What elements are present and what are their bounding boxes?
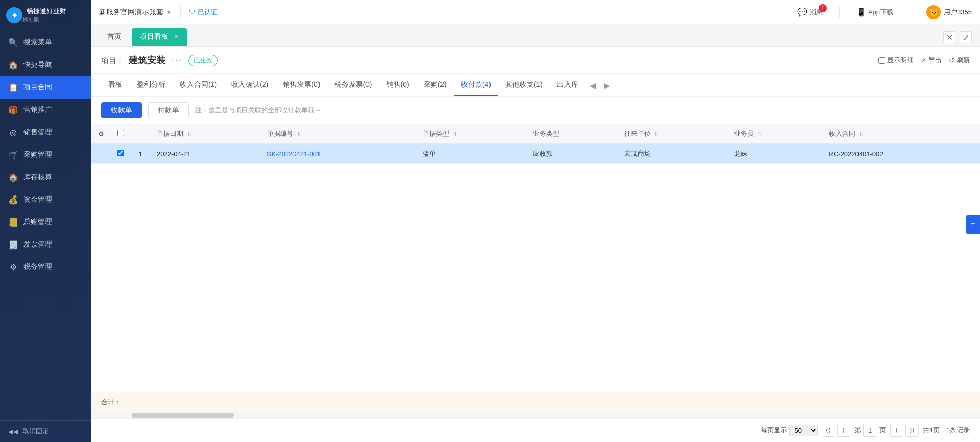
topbar-divider3: [910, 6, 910, 18]
sort-partner-icon: ⇅: [654, 131, 658, 137]
sidebar-item-purchase-mgmt[interactable]: 🛒 采购管理: [0, 143, 91, 166]
sidebar-logo: ✦ 畅捷通好业财 标准版: [0, 0, 91, 31]
topbar-right: 💬 消息 1 📱 App下载 🐱 用户3355: [797, 5, 972, 19]
subnav-sales-invoice-label: 销售发票(0): [283, 80, 320, 88]
sidebar-item-search[interactable]: 🔍 搜索菜单: [0, 31, 91, 54]
float-panel-icon: ≡: [971, 220, 975, 229]
filter-note: 注：这里是与项目关联的全部收付款单哦～: [195, 106, 321, 115]
subnav: 看板 盈利分析 收入合同(1) 收入确认(2) 销售发票(0) 税务发票(0) …: [91, 74, 980, 97]
message-badge: 1: [819, 4, 827, 12]
current-page-input[interactable]: 1: [863, 424, 877, 437]
td-date: 2022-04-21: [151, 144, 261, 164]
td-num: 1: [130, 144, 151, 164]
close-window-button[interactable]: ✕: [943, 31, 955, 43]
message-button[interactable]: 💬 消息 1: [797, 7, 823, 17]
row-checkbox[interactable]: [117, 150, 124, 156]
subnav-inout-warehouse[interactable]: 出入库: [550, 74, 585, 96]
th-date[interactable]: 单据日期 ⇅: [151, 124, 261, 144]
show-detail-input[interactable]: [878, 57, 885, 64]
account-selector[interactable]: 新服务官网演示账套 ▼: [99, 8, 172, 17]
subnav-profit[interactable]: 盈利分析: [130, 74, 173, 96]
th-checkbox[interactable]: [111, 124, 130, 144]
expand-window-button[interactable]: ⤢: [960, 31, 972, 43]
per-page-label: 每页显示: [761, 426, 787, 435]
hscroll-thumb[interactable]: [132, 413, 234, 418]
sidebar-item-label: 发票管理: [23, 240, 52, 249]
table-row[interactable]: 1 2022-04-21 SK-20220421-001 蓝单 应收款 宏茂商场…: [91, 144, 980, 164]
subnav-kanban[interactable]: 看板: [101, 74, 130, 96]
topbar: 新服务官网演示账套 ▼ 🛡 已认证 💬 消息 1 📱 App下载 🐱: [91, 0, 980, 24]
page-info: 第 1 页: [854, 424, 886, 437]
contract-icon: 📋: [8, 82, 18, 92]
sidebar-footer-label: 取消固定: [22, 427, 49, 436]
sidebar-item-invoice-mgmt[interactable]: 🧾 发票管理: [0, 233, 91, 256]
user-menu[interactable]: 🐱 用户3355: [926, 5, 972, 19]
sidebar-item-sales-mgmt[interactable]: ◎ 销售管理: [0, 121, 91, 143]
subnav-other-income-label: 其他收支(1): [505, 80, 543, 88]
th-biz-type: 业务类型: [527, 124, 618, 144]
th-settings[interactable]: ⚙: [91, 124, 111, 144]
total-info: 共1页，1条记录: [923, 426, 970, 435]
subnav-tax-invoice-label: 税务发票(0): [334, 80, 372, 88]
sidebar-item-tax-mgmt[interactable]: ⚙ 税务管理: [0, 256, 91, 278]
next-page-button[interactable]: ⟩: [890, 424, 903, 437]
subnav-other-income[interactable]: 其他收支(1): [498, 74, 550, 96]
sidebar-item-project-contract[interactable]: 📋 项目合同: [0, 76, 91, 99]
subnav-prev-arrow[interactable]: ◀: [585, 78, 600, 92]
th-income-contract[interactable]: 收入合同 ⇅: [823, 124, 980, 144]
td-doc-type: 蓝单: [416, 144, 527, 164]
sidebar-unpin-button[interactable]: ◀◀ 取消固定: [0, 420, 91, 442]
subnav-income-confirm[interactable]: 收入确认(2): [224, 74, 276, 96]
export-button[interactable]: ↗ 导出: [921, 56, 942, 65]
filter-bar: 收款单 付款单 注：这里是与项目关联的全部收付款单哦～: [91, 97, 980, 124]
subnav-tax-invoice[interactable]: 税务发票(0): [327, 74, 379, 96]
per-page-select[interactable]: 10 20 50 100: [789, 425, 818, 436]
th-code[interactable]: 单据编号 ⇅: [261, 124, 416, 144]
refresh-button[interactable]: ↺ 刷新: [949, 56, 970, 65]
select-all-checkbox[interactable]: [117, 130, 124, 136]
float-panel-button[interactable]: ≡: [966, 215, 980, 234]
sidebar-item-quick-nav[interactable]: 🏠 快捷导航: [0, 54, 91, 76]
th-salesperson[interactable]: 业务员 ⇅: [728, 124, 822, 144]
app-download-button[interactable]: 📱 App下载: [856, 7, 893, 17]
sidebar-item-capital[interactable]: 💰 资金管理: [0, 188, 91, 211]
home-icon: 🏠: [8, 60, 18, 70]
prev-page-button[interactable]: ⟨: [837, 424, 850, 437]
first-page-button[interactable]: ⟨⟨: [822, 424, 835, 437]
subnav-next-arrow[interactable]: ▶: [600, 78, 614, 92]
sidebar-item-label: 营销推广: [23, 105, 52, 114]
subnav-purchase[interactable]: 采购(2): [416, 74, 454, 96]
filter-payment-button[interactable]: 付款单: [148, 102, 189, 118]
project-more-button[interactable]: ···: [172, 55, 182, 66]
total-row: 合计：: [91, 392, 980, 412]
tab-project-board[interactable]: 项目看板 ✕: [132, 28, 187, 46]
sidebar: ✦ 畅捷通好业财 标准版 🔍 搜索菜单 🏠 快捷导航 📋 项目合同 🎁 营销推广…: [0, 0, 91, 442]
project-actions: 显示明细 ↗ 导出 ↺ 刷新: [878, 56, 970, 65]
invoice-icon: 🧾: [8, 239, 18, 250]
filter-receipt-button[interactable]: 收款单: [101, 102, 142, 118]
subnav-sales-invoice[interactable]: 销售发票(0): [276, 74, 327, 96]
sidebar-item-marketing[interactable]: 🎁 营销推广: [0, 99, 91, 121]
per-page-selector: 每页显示 10 20 50 100: [761, 425, 818, 436]
td-code[interactable]: SK-20220421-001: [261, 144, 416, 164]
tab-close-icon[interactable]: ✕: [174, 33, 179, 40]
sidebar-item-inventory[interactable]: 🏠 库存核算: [0, 166, 91, 188]
purchase-icon: 🛒: [8, 150, 18, 160]
sidebar-item-label: 资金管理: [23, 195, 52, 204]
sidebar-item-label: 采购管理: [23, 150, 52, 159]
marketing-icon: 🎁: [8, 105, 18, 115]
subnav-sales[interactable]: 销售(0): [379, 74, 416, 96]
th-doc-type[interactable]: 单据类型 ⇅: [416, 124, 527, 144]
subnav-income-contract[interactable]: 收入合同(1): [173, 74, 224, 96]
sidebar-item-general-ledger[interactable]: 📒 总账管理: [0, 211, 91, 233]
show-detail-checkbox[interactable]: 显示明细: [878, 56, 914, 65]
doc-code-link[interactable]: SK-20220421-001: [267, 150, 321, 158]
subnav-receipt-payment[interactable]: 收付款(4): [454, 74, 498, 96]
td-checkbox[interactable]: [111, 144, 130, 164]
tab-home[interactable]: 首页: [99, 28, 130, 46]
th-biz-type-label: 业务类型: [533, 130, 559, 137]
hscroll-bar[interactable]: [91, 412, 980, 418]
th-partner[interactable]: 往来单位 ⇅: [618, 124, 728, 144]
last-page-button[interactable]: ⟩⟩: [905, 424, 919, 437]
certified-badge: 🛡 已认证: [189, 8, 217, 17]
